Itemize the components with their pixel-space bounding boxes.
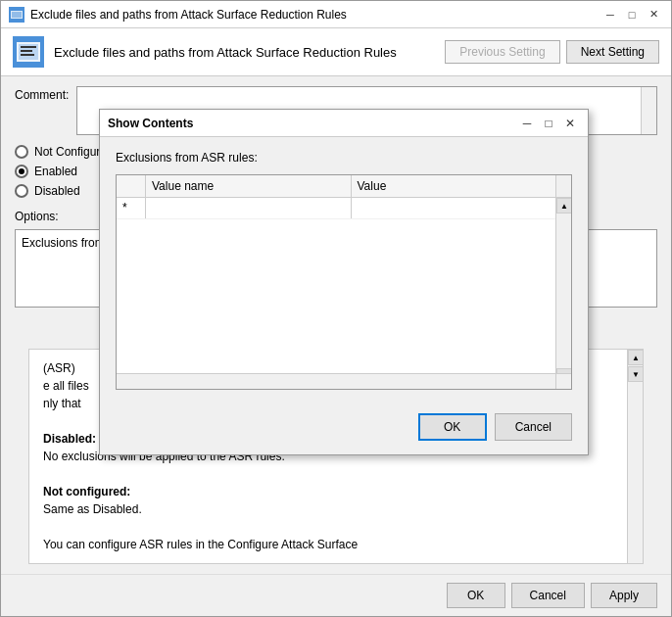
- apply-button[interactable]: Apply: [591, 583, 657, 608]
- radio-label-disabled: Disabled: [34, 184, 80, 198]
- scroll-down-arrow[interactable]: ▼: [628, 366, 644, 382]
- bottom-bar: OK Cancel Apply: [1, 574, 671, 616]
- header-icon: [13, 36, 44, 68]
- maximize-button[interactable]: □: [622, 5, 642, 24]
- radio-label-enabled: Enabled: [34, 165, 77, 178]
- asr-label: (ASR): [43, 361, 75, 375]
- disabled-heading: Disabled:: [43, 432, 96, 446]
- svg-rect-8: [21, 54, 34, 56]
- col-header-value: Value: [352, 175, 556, 197]
- svg-rect-6: [21, 46, 36, 48]
- modal-controls: ─ □ ✕: [517, 115, 580, 132]
- enabled-note: nly that: [43, 397, 81, 410]
- radio-circle-not-configured: [15, 145, 28, 159]
- table-row[interactable]: *: [117, 198, 555, 219]
- modal-title-bar: Show Contents ─ □ ✕: [100, 110, 588, 137]
- previous-setting-button[interactable]: Previous Setting: [445, 40, 559, 64]
- configure-text: You can configure ASR rules in the Confi…: [43, 538, 358, 551]
- header-buttons: Previous Setting Next Setting: [445, 40, 659, 64]
- close-button[interactable]: ✕: [644, 5, 663, 24]
- svg-rect-2: [12, 12, 22, 18]
- exclusions-table: Value name Value *: [116, 174, 572, 390]
- cell-value-name: [146, 198, 352, 218]
- modal-close-button[interactable]: ✕: [560, 115, 580, 132]
- svg-rect-7: [21, 50, 32, 52]
- table-scrollbar-corner: [555, 373, 571, 389]
- ok-button[interactable]: OK: [447, 583, 505, 608]
- col-header-value-name: Value name: [146, 175, 352, 197]
- modal-subtitle: Exclusions from ASR rules:: [116, 151, 572, 165]
- scroll-up-arrow[interactable]: ▲: [628, 350, 644, 365]
- table-rows: *: [117, 198, 555, 384]
- window-title: Exclude files and paths from Attack Surf…: [30, 8, 600, 22]
- col-header-star: [117, 175, 146, 197]
- table-header: Value name Value: [117, 175, 571, 198]
- table-scrollbar-v[interactable]: ▲ ▼: [555, 198, 571, 384]
- modal-body: Exclusions from ASR rules: Value name Va…: [100, 137, 588, 403]
- not-configured-heading: Not configured:: [43, 485, 130, 498]
- modal-minimize-button[interactable]: ─: [517, 115, 537, 132]
- minimize-button[interactable]: ─: [600, 5, 620, 24]
- table-scroll-up[interactable]: ▲: [556, 198, 571, 214]
- radio-circle-enabled: [15, 165, 28, 178]
- modal-ok-button[interactable]: OK: [418, 413, 487, 441]
- enabled-text: e all files: [43, 379, 89, 393]
- header-area: Exclude files and paths from Attack Surf…: [1, 28, 671, 76]
- window-icon: [9, 7, 24, 23]
- table-scrollbar-h[interactable]: [117, 373, 555, 389]
- header-title: Exclude files and paths from Attack Surf…: [54, 45, 397, 60]
- radio-circle-disabled: [15, 184, 28, 198]
- main-window: Exclude files and paths from Attack Surf…: [0, 0, 672, 617]
- cancel-button[interactable]: Cancel: [511, 583, 585, 608]
- cell-star: *: [117, 198, 146, 218]
- table-body: * ▲ ▼: [117, 198, 571, 384]
- comment-scrollbar[interactable]: [641, 87, 656, 134]
- show-contents-dialog: Show Contents ─ □ ✕ Exclusions from ASR …: [99, 109, 589, 455]
- not-configured-text: Same as Disabled.: [43, 502, 142, 516]
- comment-label: Comment:: [15, 86, 69, 102]
- modal-title: Show Contents: [108, 117, 517, 130]
- window-controls: ─ □ ✕: [600, 5, 663, 24]
- modal-maximize-button[interactable]: □: [539, 115, 558, 132]
- next-setting-button[interactable]: Next Setting: [566, 40, 659, 64]
- desc-scrollbar[interactable]: ▲ ▼: [627, 350, 643, 563]
- title-bar: Exclude files and paths from Attack Surf…: [1, 1, 671, 28]
- cell-value: [352, 198, 556, 218]
- modal-cancel-button[interactable]: Cancel: [495, 413, 572, 441]
- modal-footer: OK Cancel: [100, 403, 588, 454]
